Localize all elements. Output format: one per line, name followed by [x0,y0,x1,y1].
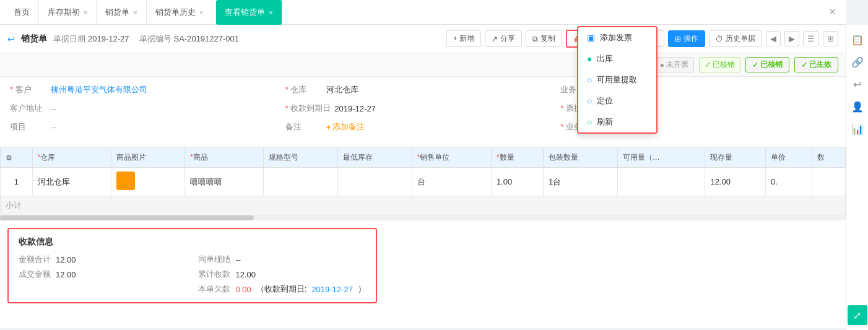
row-unit: 台 [412,168,491,196]
total-value: 12.00 [56,255,76,264]
refresh-label: 刷新 [597,116,613,128]
form-row-3: 项目 -- 备注 添加备注 业务员孟 -- [10,121,836,132]
subtotal-row: 小计 [1,196,846,215]
doc-icon: ↩ [7,34,15,44]
row-price: 0. [766,168,812,196]
payment-box: 收款信息 金额合计 12.00 同单现结 -- 成交金额 12.00 [7,228,377,303]
action-bar: 📱 来自手机 ● 未开票 ✓ 已核销 ✓ 已核销 ✓ 已生效 [0,53,846,77]
add-invoice-label: 添加发票 [600,32,632,43]
check-off-button[interactable]: ✓ 已核销 [699,57,740,72]
due-date-value: 2019-12-27 [334,104,376,113]
product-image [116,172,135,190]
scrollbar-thumb[interactable] [0,215,254,220]
payment-grid: 金额合计 12.00 同单现结 -- 成交金额 12.00 累计收款 [19,254,366,295]
sidebar-chart-icon[interactable]: 📊 [848,119,867,139]
table-header-row: ⚙ *仓库 商品图片 *商品 规格型号 最低库存 *销售单位 *数量 包装数量 … [1,148,846,168]
tab-close-view-sales[interactable]: × [269,9,272,16]
operate-button[interactable]: ⊞ 操作 [668,30,705,47]
tab-close-sales-history[interactable]: × [199,9,203,16]
form-row-1: 客户 柳州粤港平安气体有限公司 仓库 河北仓库 业务员 演示账号 [10,84,836,95]
deal-amount-value: 12.00 [56,270,76,279]
row-quantity: 1.00 [491,168,543,196]
history-button[interactable]: ⏱ 历史单据 [709,30,762,47]
warehouse-field: 仓库 河北仓库 [285,84,561,95]
balance-item: 本单欠款 0.00 （收款到期日: 2019-12-27 ） [198,284,365,295]
col-amount: 数 [812,148,846,168]
row-current-stock: 12.00 [705,168,766,196]
not-open-ticket-button[interactable]: ● 未开票 [654,57,694,72]
customer-label: 客户 [10,84,47,95]
same-order-value: -- [235,255,241,264]
add-note-button[interactable]: 添加备注 [326,121,365,132]
tab-inventory-start[interactable]: 库存期初 × [39,0,97,25]
address-value: -- [51,104,56,113]
available-extract-label: 可用量提取 [597,74,637,85]
next-button[interactable]: ▶ [784,31,799,46]
layout-list-button[interactable]: ☰ [803,31,819,46]
due-date-field: 收款到期日 2019-12-27 [285,103,561,114]
location-label: 定位 [597,95,613,106]
row-warehouse: 河北仓库 [32,168,111,196]
sidebar-clipboard-icon[interactable]: 📋 [848,30,867,50]
total-label: 金额合计 [19,254,51,265]
ticket-icon: ● [660,61,664,69]
row-spec [264,168,338,196]
row-min-stock [337,168,412,196]
row-product: 嘻嘻嘻嘻 [185,168,264,196]
check-icon: ✓ [705,61,711,69]
row-available [617,168,705,196]
col-spec: 规格型号 [264,148,338,168]
sidebar-return-icon[interactable]: ↩ [848,74,867,94]
tab-home[interactable]: 首页 [5,0,39,25]
location-item[interactable]: ○ 定位 [578,90,656,111]
doc-meta: 单据日期 2019-12-27 单据编号 SA-20191227-001 [53,33,239,45]
share-icon: ↗ [492,35,498,43]
warehouse-value: 河北仓库 [326,84,358,95]
project-field: 项目 -- [10,121,285,132]
address-field: 客户地址 -- [10,103,285,114]
layout-grid-button[interactable]: ⊞ [823,31,838,46]
row-image [111,168,185,196]
copy-icon: ⧉ [532,35,538,43]
balance-value: 0.00 [235,285,251,294]
new-button[interactable]: + 新增 [446,30,481,47]
tab-sales-order[interactable]: 销货单 × [97,0,146,25]
refresh-item[interactable]: ○ 刷新 [578,111,656,132]
col-product: *商品 [185,148,264,168]
sidebar-user-icon[interactable]: 👤 [848,97,867,116]
balance-date: 2019-12-27 [311,285,353,294]
col-unit: *销售单位 [412,148,491,168]
outbound-label: 出库 [597,53,613,64]
table-area: ⚙ *仓库 商品图片 *商品 规格型号 最低库存 *销售单位 *数量 包装数量 … [0,147,846,220]
row-amount [812,168,846,196]
tab-close-sales[interactable]: × [133,9,137,16]
row-index: 1 [1,168,33,196]
total-amount-item: 金额合计 12.00 [19,254,186,265]
available-extract-item[interactable]: ○ 可用量提取 [578,69,656,90]
share-button[interactable]: ↗ 分享 [485,30,522,47]
tab-close-inventory[interactable]: × [84,9,87,16]
col-min-stock: 最低库存 [337,148,412,168]
sold-check-icon: ✓ [752,61,758,69]
cumulative-value: 12.00 [235,270,256,279]
sold-status-badge: ✓ 已核销 [745,57,789,72]
customer-value[interactable]: 柳州粤港平安气体有限公司 [51,84,147,95]
subtotal-label: 小计 [1,196,846,215]
outbound-item[interactable]: ● 出库 [578,48,656,69]
sidebar-link-icon[interactable]: 🔗 [848,52,867,72]
add-invoice-item[interactable]: ▣ 添加发票 [578,27,656,48]
payment-title: 收款信息 [19,237,366,248]
col-current-stock: 现存量 [705,148,766,168]
prev-button[interactable]: ◀ [766,31,781,46]
warehouse-label: 仓库 [285,84,323,95]
window-close-button[interactable]: × [824,6,841,19]
balance-note-end: ） [358,284,366,295]
tab-view-sales-order[interactable]: 查看销货单 × [216,0,282,25]
deal-amount-item: 成交金额 12.00 [19,269,186,280]
horizontal-scrollbar[interactable] [0,215,846,220]
sidebar-expand-icon[interactable]: ⤢ [848,305,867,325]
copy-button[interactable]: ⧉ 复制 [526,30,562,47]
tab-sales-history[interactable]: 销货单历史 × [147,0,212,25]
balance-label: 本单欠款 [198,284,230,295]
same-order-item: 同单现结 -- [198,254,365,265]
